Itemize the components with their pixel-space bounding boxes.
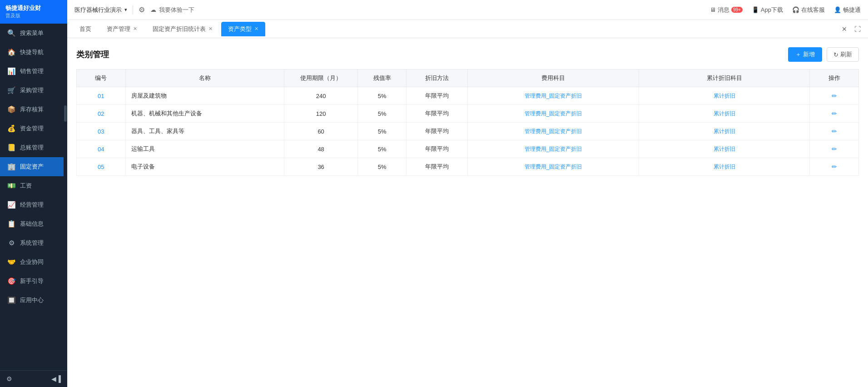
table-row: 05 电子设备 36 5% 年限平均 管理费用_固定资产折旧 累计折旧 ✏ [77,158,859,176]
sidebar-item-salary[interactable]: 💵 工资 [0,176,64,195]
cell-action: ✏ [810,123,859,140]
sidebar-item-label: 资金管理 [20,124,44,133]
sidebar-item-label: 库存核算 [20,105,44,114]
customer-service-label: 在线客服 [801,6,825,14]
chart-icon: 📊 [7,67,15,75]
box-icon: 📦 [7,105,15,114]
sidebar-item-label: 系统管理 [20,239,44,247]
home-icon: 🏠 [7,48,15,56]
notification-badge: 99+ [731,7,743,13]
sidebar-item-quicknav[interactable]: 🏠 快捷导航 [0,43,64,62]
cell-fee: 管理费用_固定资产折旧 [468,87,639,105]
category-table: 编号 名称 使用期限（月） 残值率 折旧方法 费用科目 累计折旧科目 操作 01… [76,69,859,176]
app-download-btn[interactable]: 📱 App下载 [752,6,783,14]
sidebar-item-label: 总账管理 [20,144,44,152]
tab-home[interactable]: 首页 [73,22,98,36]
industry-selector[interactable]: 医疗器械行业演示 ▾ [74,6,127,14]
industry-label: 医疗器械行业演示 [74,6,122,14]
table-row: 03 器具、工具、家具等 60 5% 年限平均 管理费用_固定资产折旧 累计折旧… [77,123,859,140]
sidebar-item-label: 企业协同 [20,258,44,266]
cooperation-icon: 🤝 [7,258,15,266]
cell-period: 120 [284,105,357,123]
cell-name: 器具、工具、家具等 [125,123,284,140]
tabbar-actions: ✕ ⛶ [840,24,863,35]
tabbar: 首页 资产管理 ✕ 固定资产折旧统计表 ✕ 资产类型 ✕ ✕ ⛶ [67,20,868,38]
cell-action: ✏ [810,158,859,176]
cell-method: 年限平均 [407,123,468,140]
ledger-icon: 📒 [7,144,15,152]
edit-btn[interactable]: ✏ [832,92,837,99]
cell-residual: 5% [357,158,407,176]
tab-depreciation-table[interactable]: 固定资产折旧统计表 ✕ [146,22,219,36]
edit-btn[interactable]: ✏ [832,128,837,135]
sidebar-header: 畅捷通好业财 普及版 [0,0,67,24]
sidebar-item-purchase[interactable]: 🛒 采购管理 [0,81,64,100]
cell-accum: 累计折旧 [639,158,810,176]
sidebar-item-label: 固定资产 [20,163,44,171]
table-header-row: 编号 名称 使用期限（月） 残值率 折旧方法 费用科目 累计折旧科目 操作 [77,69,859,87]
table-row: 04 运输工具 48 5% 年限平均 管理费用_固定资产折旧 累计折旧 ✏ [77,140,859,158]
sidebar-footer: ⚙ ◀▐ [0,370,67,387]
sidebar-scrollbar[interactable] [64,24,67,370]
tab-depreciation-label: 固定资产折旧统计表 [153,25,206,33]
cell-period: 36 [284,158,357,176]
refresh-btn[interactable]: ↻ 刷新 [827,47,859,62]
cell-period: 240 [284,87,357,105]
cell-code: 03 [77,123,126,140]
collapse-icon[interactable]: ◀▐ [51,375,61,382]
cell-period: 60 [284,123,357,140]
cell-fee: 管理费用_固定资产折旧 [468,140,639,158]
sidebar-item-fixed[interactable]: 🏢 固定资产 [0,157,64,176]
headset-icon: 🎧 [792,6,799,13]
edit-btn[interactable]: ✏ [832,163,837,170]
tab-asset-management-close[interactable]: ✕ [133,26,137,32]
close-window-btn[interactable]: ✕ [840,24,849,35]
sidebar-item-inventory[interactable]: 📦 库存核算 [0,100,64,119]
sidebar-item-capital[interactable]: 💰 资金管理 [0,119,64,138]
tab-depreciation-close[interactable]: ✕ [208,26,213,32]
tab-asset-type[interactable]: 资产类型 ✕ [221,22,265,36]
sidebar-item-search[interactable]: 🔍 搜索菜单 [0,24,64,43]
cell-action: ✏ [810,105,859,123]
col-period: 使用期限（月） [284,69,357,87]
cell-action: ✏ [810,87,859,105]
money-icon: 💰 [7,124,15,133]
settings-footer-icon[interactable]: ⚙ [6,375,12,382]
user-btn[interactable]: 👤 畅捷通 [834,6,861,14]
gear-icon[interactable]: ⚙ [139,5,145,14]
main-area: 医疗器械行业演示 ▾ ⚙ ☁ 我要体验一下 🖥 消息 99+ 📱 App下载 🎧… [67,0,868,387]
sidebar-item-ledger[interactable]: 📒 总账管理 [0,138,64,157]
cell-code: 04 [77,140,126,158]
sidebar-item-cooperation[interactable]: 🤝 企业协同 [0,253,64,272]
tab-asset-type-close[interactable]: ✕ [254,26,258,32]
cell-residual: 5% [357,105,407,123]
sidebar-item-operations[interactable]: 📈 经营管理 [0,195,64,214]
tab-asset-management[interactable]: 资产管理 ✕ [100,22,144,36]
sidebar-item-guide[interactable]: 🎯 新手引导 [0,272,64,291]
cell-name: 机器、机械和其他生产设备 [125,105,284,123]
sidebar-item-label: 新手引导 [20,277,44,285]
new-btn[interactable]: ＋ 新增 [788,47,822,62]
maximize-btn[interactable]: ⛶ [853,24,863,35]
ops-icon: 📈 [7,201,15,209]
topbar-divider [133,5,133,15]
cell-accum: 累计折旧 [639,105,810,123]
cell-code: 02 [77,105,126,123]
cell-code: 05 [77,158,126,176]
cell-residual: 5% [357,87,407,105]
sidebar-item-system[interactable]: ⚙ 系统管理 [0,233,64,253]
col-action: 操作 [810,69,859,87]
trial-label: 我要体验一下 [159,6,194,14]
notification-btn[interactable]: 🖥 消息 99+ [710,6,743,14]
trial-btn[interactable]: ☁ 我要体验一下 [150,6,194,14]
edit-btn[interactable]: ✏ [832,110,837,117]
sidebar-item-basic[interactable]: 📋 基础信息 [0,214,64,233]
building-icon: 🏢 [7,163,15,171]
app-name: 畅捷通好业财 [5,5,41,12]
sidebar-item-sales[interactable]: 📊 销售管理 [0,62,64,81]
topbar: 医疗器械行业演示 ▾ ⚙ ☁ 我要体验一下 🖥 消息 99+ 📱 App下载 🎧… [67,0,868,20]
edit-btn[interactable]: ✏ [832,145,837,153]
customer-service-btn[interactable]: 🎧 在线客服 [792,6,825,14]
sidebar-item-apps[interactable]: 🔲 应用中心 [0,291,64,310]
refresh-icon: ↻ [833,51,838,58]
